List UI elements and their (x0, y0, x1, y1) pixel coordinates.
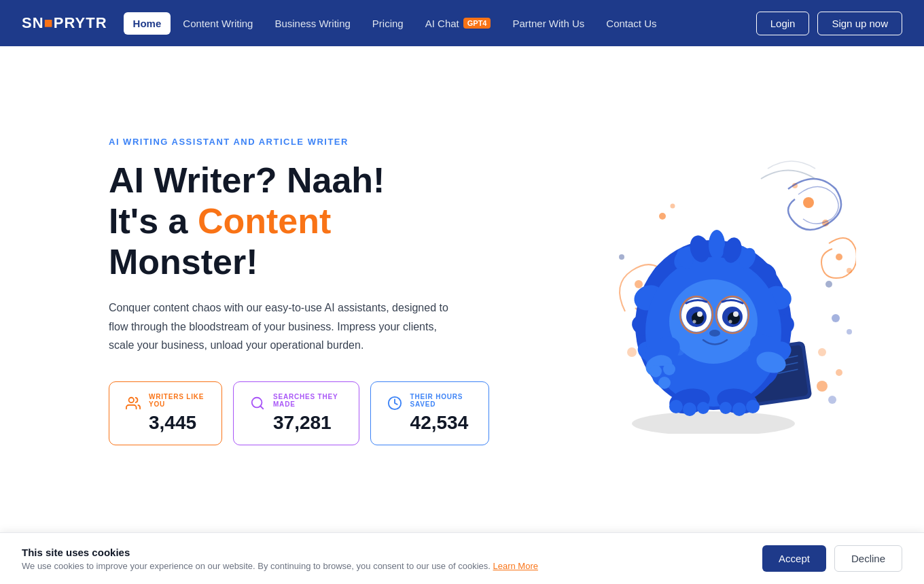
gpt4-badge: GPT4 (463, 18, 491, 29)
svg-point-76 (658, 377, 671, 389)
svg-point-88 (836, 369, 842, 376)
svg-point-75 (663, 363, 675, 375)
stat-card-hours: THEIR HOURS SAVED 42,534 (370, 381, 489, 445)
stat-label-searches: SEARCHES THEY MADE (273, 393, 342, 408)
nav-right: Login Sign up now (756, 12, 902, 35)
hero-subtitle: AI WRITING ASSISTANT AND ARTICLE WRITER (109, 137, 489, 147)
svg-point-13 (659, 213, 666, 220)
logo[interactable]: SN■PRYTR (22, 14, 107, 32)
hero-title-highlight: Content (198, 201, 331, 241)
hero-content: AI WRITING ASSISTANT AND ARTICLE WRITER … (109, 137, 489, 445)
svg-point-67 (709, 230, 725, 260)
nav-item-partner[interactable]: Partner With Us (503, 12, 594, 35)
svg-point-86 (746, 400, 760, 413)
svg-point-12 (818, 348, 826, 356)
nav-item-home[interactable]: Home (124, 12, 171, 35)
svg-point-89 (828, 396, 836, 404)
svg-point-59 (697, 311, 703, 317)
hero-section: AI WRITING ASSISTANT AND ARTICLE WRITER … (0, 46, 924, 522)
stat-number-hours: 42,534 (410, 412, 472, 434)
svg-point-0 (129, 398, 134, 402)
svg-point-9 (619, 254, 624, 260)
nav-item-ai-chat[interactable]: AI Chat GPT4 (416, 12, 501, 35)
stat-content-writers: WRITERS LIKE YOU 3,445 (149, 393, 205, 434)
svg-point-11 (627, 347, 637, 357)
hero-title-line2-plain: It's a (109, 201, 198, 241)
writers-icon (126, 396, 141, 414)
svg-point-85 (732, 402, 746, 416)
svg-point-10 (825, 281, 832, 288)
hero-title: AI Writer? Naah! It's a Content Monster! (109, 160, 489, 282)
svg-point-74 (650, 365, 662, 377)
monster-illustration (557, 148, 856, 434)
hero-title-line3: Monster! (109, 242, 258, 281)
navbar: SN■PRYTR Home Content Writing Business W… (0, 0, 924, 46)
hero-description: Conquer content chaos with our easy-to-u… (109, 298, 448, 354)
svg-point-83 (697, 402, 709, 414)
searches-icon (250, 396, 265, 414)
stat-content-searches: SEARCHES THEY MADE 37,281 (273, 393, 342, 434)
nav-item-business-writing[interactable]: Business Writing (265, 12, 359, 35)
svg-point-62 (729, 320, 732, 324)
svg-point-65 (709, 330, 720, 337)
svg-point-8 (635, 280, 643, 288)
stats-row: WRITERS LIKE YOU 3,445 SEARCHES THEY MAD… (109, 381, 489, 445)
svg-point-4 (632, 411, 795, 434)
svg-point-14 (671, 204, 675, 209)
stat-card-writers: WRITERS LIKE YOU 3,445 (109, 381, 222, 445)
svg-point-18 (847, 329, 852, 334)
svg-point-15 (836, 254, 842, 260)
svg-point-87 (817, 381, 828, 392)
svg-point-84 (719, 402, 732, 414)
signup-button[interactable]: Sign up now (817, 12, 902, 35)
hours-icon (387, 396, 402, 414)
stat-number-writers: 3,445 (149, 412, 205, 434)
stat-content-hours: THEIR HOURS SAVED 42,534 (410, 393, 472, 434)
nav-item-content-writing[interactable]: Content Writing (173, 12, 262, 35)
svg-point-5 (803, 197, 814, 208)
nav-item-pricing[interactable]: Pricing (363, 12, 413, 35)
hero-image (557, 148, 856, 434)
nav-links: Home Content Writing Business Writing Pr… (124, 12, 756, 35)
svg-point-81 (669, 400, 683, 413)
nav-item-contact[interactable]: Contact Us (597, 12, 666, 35)
stat-number-searches: 37,281 (273, 412, 342, 434)
stat-label-hours: THEIR HOURS SAVED (410, 393, 472, 408)
svg-point-82 (683, 402, 696, 416)
svg-line-2 (260, 406, 263, 409)
login-button[interactable]: Login (756, 12, 810, 35)
svg-point-17 (832, 314, 840, 322)
stat-card-searches: SEARCHES THEY MADE 37,281 (233, 381, 359, 445)
hero-title-line1: AI Writer? Naah! (109, 160, 385, 200)
svg-point-61 (733, 311, 739, 317)
svg-point-60 (693, 320, 696, 324)
stat-label-writers: WRITERS LIKE YOU (149, 393, 205, 408)
